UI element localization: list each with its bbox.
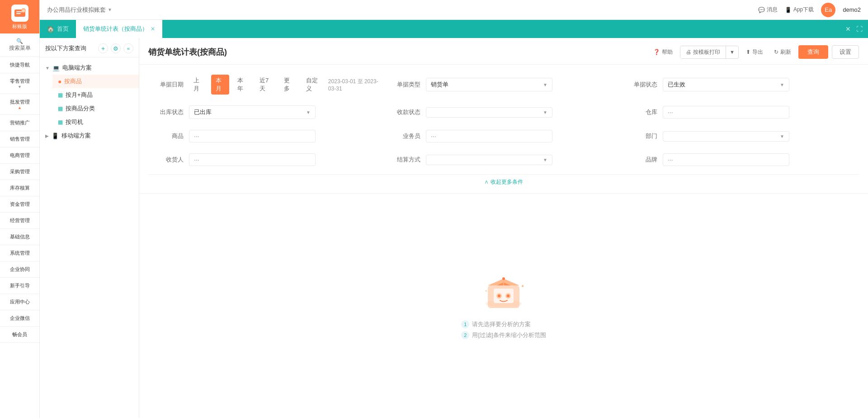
export-label: 导出	[752, 48, 763, 56]
filter-row-3: 商品 ··· 业务员 ··· 部门	[148, 127, 859, 145]
mobile-icon: 📱	[52, 133, 59, 139]
tree-by-goods-label: 按商品	[64, 77, 82, 86]
filter-cell-warehouse: 仓库 ···	[622, 103, 859, 121]
right-panel: 销货单统计表(按商品) ❓ 帮助 🖨 按模板打印 ▼ ⬆	[139, 38, 868, 418]
tree-node-by-goods[interactable]: ● 按商品	[52, 75, 139, 88]
svg-text:好: 好	[22, 10, 25, 12]
sidebar-item-retail[interactable]: 零售管理 ▼	[0, 73, 39, 94]
sidebar-item-purchase[interactable]: 采购管理	[0, 164, 39, 180]
out-status-label: 出库状态	[148, 108, 189, 116]
doc-status-value: 已生效	[668, 81, 685, 89]
app-download-button[interactable]: 📱 App下载	[785, 6, 814, 14]
sidebar-item-sales[interactable]: 销售管理	[0, 131, 39, 147]
print-dropdown-button[interactable]: ▼	[726, 47, 738, 57]
out-status-select[interactable]: 已出库 ▼	[189, 105, 316, 119]
filter-cell-department: 部门 ▼	[622, 128, 859, 144]
message-icon: 💬	[758, 7, 765, 13]
tree-children-pc: ● 按商品 ▦ 按月+商品 ▦ 按商品分类 ▦ 按司机	[40, 75, 139, 129]
salesperson-input[interactable]: ···	[426, 130, 552, 142]
message-button[interactable]: 💬 消息	[758, 6, 778, 14]
tab-home[interactable]: 🏠 首页	[40, 20, 76, 38]
settings-button[interactable]: 设置	[832, 45, 859, 59]
date-tab-custom[interactable]: 自定义	[302, 75, 325, 95]
print-button[interactable]: 🖨 按模板打印	[680, 46, 726, 58]
hint-2-text: 用[过滤]条件来缩小分析范围	[472, 331, 546, 339]
sidebar-item-wechat[interactable]: 企业微信	[0, 310, 39, 327]
sidebar-item-enterprise[interactable]: 企业协同	[0, 261, 39, 278]
tree-node-mobile[interactable]: ▶ 📱 移动端方案	[40, 129, 139, 142]
doc-type-value: 销货单	[431, 81, 448, 89]
filter-cell-payment: 结算方式 ▼	[385, 152, 622, 168]
goods-input[interactable]: ···	[189, 130, 316, 142]
refresh-icon: ↻	[774, 49, 778, 55]
warehouse-input[interactable]: ···	[663, 106, 789, 119]
date-tab-this-month[interactable]: 本月	[211, 75, 230, 95]
date-tab-more[interactable]: 更多	[279, 75, 298, 95]
maximize-icon[interactable]: ⛶	[854, 24, 864, 34]
close-window-icon[interactable]: ✕	[844, 24, 853, 34]
main-area: 办公用品行业模拟账套 ▼ 💬 消息 📱 App下载 Ea demo2 🏠 首页	[40, 0, 868, 418]
tree-node-pc[interactable]: ▼ 💻 电脑端方案	[40, 61, 139, 75]
date-tab-7days[interactable]: 近7天	[255, 75, 276, 95]
tree-mobile-label: 移动端方案	[61, 132, 91, 140]
doc-type-select[interactable]: 销货单 ▼	[426, 78, 552, 91]
tree-pc-label: 电脑端方案	[62, 64, 92, 72]
sidebar-item-marketing[interactable]: 营销推广	[0, 115, 39, 131]
collapse-bar[interactable]: ∧ 收起更多条件	[148, 174, 859, 190]
home-icon: 🏠	[47, 26, 54, 33]
export-button[interactable]: ⬆ 导出	[742, 47, 767, 58]
avatar[interactable]: Ea	[821, 3, 835, 17]
tab-sales-stat[interactable]: 销货单统计表（按商品） ✕	[76, 20, 162, 38]
hint-num-2: 2	[461, 331, 469, 339]
top-header: 办公用品行业模拟账套 ▼ 💬 消息 📱 App下载 Ea demo2	[40, 0, 868, 20]
filter-cell-doc-type: 单据类型 销货单 ▼	[385, 75, 622, 94]
svg-text:✦: ✦	[521, 284, 524, 289]
download-icon: 📱	[785, 7, 792, 13]
avatar-initials: Ea	[825, 6, 832, 13]
filter-cell-receipt-status: 收款状态 ▼	[385, 104, 622, 120]
tab-close-icon[interactable]: ✕	[151, 26, 155, 32]
empty-hint-2: 2 用[过滤]条件来缩小分析范围	[461, 331, 546, 339]
receipt-status-select[interactable]: ▼	[426, 107, 552, 118]
payment-select[interactable]: ▼	[426, 155, 552, 165]
doc-status-select[interactable]: 已生效 ▼	[663, 78, 789, 91]
tree-by-month-goods-label: 按月+商品	[66, 91, 93, 99]
settings-scheme-button[interactable]: ⚙	[111, 43, 121, 53]
left-panel-header: 按以下方案查询 + ⚙ «	[40, 38, 139, 57]
add-scheme-button[interactable]: +	[98, 43, 108, 53]
tree-node-by-month-goods[interactable]: ▦ 按月+商品	[52, 88, 139, 102]
date-tab-last-month[interactable]: 上月	[189, 75, 208, 95]
tab-bar: 🏠 首页 销货单统计表（按商品） ✕ ✕ ⛶	[40, 20, 868, 38]
page-title-bar: 销货单统计表(按商品) ❓ 帮助 🖨 按模板打印 ▼ ⬆	[139, 38, 868, 65]
collapse-label: ∧ 收起更多条件	[484, 179, 523, 185]
sidebar-item-wholesale[interactable]: 批发管理 ▲	[0, 94, 39, 115]
date-tab-this-year[interactable]: 本年	[233, 75, 251, 95]
sidebar-item-system[interactable]: 系统管理	[0, 245, 39, 261]
sidebar-item-finance[interactable]: 资金管理	[0, 196, 39, 213]
query-button[interactable]: 查询	[798, 45, 828, 59]
sidebar-item-app-center[interactable]: 应用中心	[0, 294, 39, 310]
left-panel-actions: + ⚙ «	[98, 43, 133, 53]
refresh-button[interactable]: ↻ 刷新	[770, 47, 795, 58]
date-range: 2023-03-01 至 2023-03-31	[328, 78, 385, 92]
tree-node-by-cashier[interactable]: ▦ 按司机	[52, 115, 139, 129]
empty-text: 1 请先选择要分析的方案 2 用[过滤]条件来缩小分析范围	[461, 320, 546, 342]
help-button[interactable]: ❓ 帮助	[650, 47, 676, 58]
sidebar-item-guide[interactable]: 新手引导	[0, 278, 39, 294]
brand-label: 品牌	[622, 156, 663, 164]
collapse-panel-button[interactable]: «	[123, 43, 133, 53]
sidebar-item-operations[interactable]: 经营管理	[0, 213, 39, 229]
logo-area[interactable]: 好 标账版	[0, 0, 39, 33]
sidebar-item-quick-nav[interactable]: 快捷导航	[0, 57, 39, 73]
department-select[interactable]: ▼	[663, 131, 789, 142]
brand-input[interactable]: ···	[663, 153, 789, 166]
sidebar-item-base[interactable]: 基础信息	[0, 229, 39, 245]
tree-node-by-goods-category[interactable]: ▦ 按商品分类	[52, 102, 139, 115]
sidebar-search[interactable]: 🔍 搜索菜单	[0, 33, 39, 57]
sidebar-item-ecommerce[interactable]: 电商管理	[0, 147, 39, 164]
sidebar-item-member[interactable]: 畅会员	[0, 327, 39, 343]
sidebar-item-inventory[interactable]: 库存核算	[0, 180, 39, 196]
recipient-input[interactable]: ···	[189, 153, 316, 166]
filter-cell-doc-status: 单据状态 已生效 ▼	[622, 75, 859, 94]
app-selector[interactable]: 办公用品行业模拟账套 ▼	[47, 6, 112, 14]
